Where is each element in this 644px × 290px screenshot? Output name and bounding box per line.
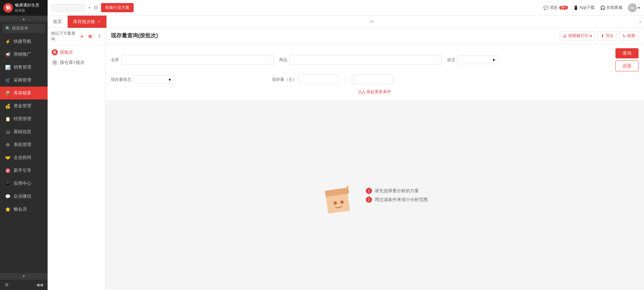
stock-qty-from[interactable] [299, 75, 339, 84]
warehouse-input[interactable]: ··· [121, 55, 274, 65]
sidebar-item-marketing[interactable]: 📢 营销推广 [0, 48, 48, 61]
collapse-more-btn[interactable]: ⋀⋀ 收起更多条件 [111, 88, 639, 96]
status-label: 状态 [447, 57, 455, 63]
shortcut-icon: ⚡ [5, 38, 11, 44]
stock-status-dropdown-icon: ▾ [169, 77, 171, 82]
tip-item-2: 2 用过滤条件来缩小分析范围 [366, 197, 428, 203]
sidebar-item-sales[interactable]: 📊 销售管理 [0, 61, 48, 74]
user-menu[interactable]: Rit ▾ [628, 3, 640, 12]
refresh-btn[interactable]: ↻ 刷新 [620, 31, 639, 40]
status-dropdown-icon: ▾ [493, 57, 495, 62]
messages-badge: 99+ [559, 6, 568, 10]
panel-close-button[interactable]: × [366, 19, 377, 25]
topbar-search-input[interactable] [52, 4, 86, 12]
filter-stock-qty-group: 现存量（主） — [272, 75, 428, 84]
experience-btn[interactable]: 体验行业方案 [101, 3, 134, 12]
sidebar-item-label: 营销推广 [14, 51, 31, 57]
sidebar-item-label: 销售管理 [14, 64, 31, 70]
expand-tabs-icon[interactable]: » [636, 19, 644, 24]
sidebar-scroll-up[interactable]: ▲ [0, 16, 48, 22]
goods-more-icon[interactable]: ··· [436, 58, 439, 62]
tip-text-2: 用过滤条件来缩小分析范围 [375, 197, 428, 203]
stock-qty-to[interactable] [352, 75, 393, 84]
stock-status-dropdown[interactable]: ▾ [133, 75, 174, 84]
warehouse-label: 仓库 [111, 57, 119, 63]
app-download-btn[interactable]: 📱 App下载 [573, 5, 595, 11]
topbar-dropdown-icon[interactable]: ▾ [88, 5, 91, 10]
goods-input[interactable]: ··· [289, 55, 442, 65]
sidebar-item-system[interactable]: ⚙ 系统管理 [0, 138, 48, 151]
collapse-scheme-btn[interactable]: 《 [95, 33, 102, 40]
app-subtitle: 标准版 [15, 8, 39, 13]
query-btn[interactable]: 查询 [615, 48, 639, 58]
status-dropdown[interactable]: ▾ [457, 56, 498, 64]
sidebar-item-basic[interactable]: 🗂 基础信息 [0, 125, 48, 138]
filter-area: 仓库 ··· 商品 ··· 状态 [105, 44, 644, 101]
sidebar-search[interactable]: 🔍 搜索菜单 [3, 24, 45, 33]
right-content: 现存量查询(按批次) 🖨 按模板打印 ▾ ⬆ 导出 ↻ 刷新 [105, 28, 644, 290]
search-label: 搜索菜单 [12, 25, 28, 31]
export-btn[interactable]: ⬆ 导出 [598, 31, 617, 40]
filter-warehouse-group: 仓库 ··· [111, 55, 274, 65]
online-service-label: 在线客服 [606, 5, 623, 11]
empty-illustration: ✦ ✦ [322, 178, 356, 212]
scheme-batch-label: 按批次 [60, 49, 73, 55]
member-icon: ⭐ [5, 206, 11, 212]
sidebar-item-shortcut[interactable]: ⚡ 快捷导航 [0, 35, 48, 48]
tip-item-1: 1 请先选择要分析的方案 [366, 188, 428, 194]
headset-icon: 🎧 [600, 5, 605, 10]
sidebar-item-guide[interactable]: 🎯 新手引导 [0, 164, 48, 177]
messages-label: 消息 [549, 5, 558, 11]
tab-close-icon[interactable]: × [97, 19, 101, 24]
finance-icon: 💰 [5, 103, 11, 109]
topbar-gear-icon[interactable]: ⚙ [94, 4, 98, 11]
scheme-item-warehouse-batch[interactable]: 仓 按仓库+批次 [48, 57, 105, 68]
app-download-icon: 📱 [573, 5, 578, 10]
sidebar-item-label: 快捷导航 [14, 38, 31, 44]
refresh-label: 刷新 [627, 33, 635, 39]
warehouse-more-icon[interactable]: ··· [268, 58, 271, 62]
sidebar-item-apps[interactable]: 📱 应用中心 [0, 177, 48, 190]
tab-home[interactable]: 首页 [48, 16, 68, 28]
topbar: ▾ ⚙ 体验行业方案 💬 消息 99+ 📱 App下载 🎧 在线客服 Rit [48, 0, 644, 16]
sidebar-item-weixin[interactable]: 💬 企业微信 [0, 190, 48, 203]
topbar-right: 💬 消息 99+ 📱 App下载 🎧 在线客服 Rit ▾ [543, 3, 640, 12]
settings-footer-icon[interactable]: ⚙ [5, 282, 9, 287]
online-service-btn[interactable]: 🎧 在线客服 [600, 5, 623, 11]
topbar-left: ▾ ⚙ 体验行业方案 [52, 3, 540, 12]
export-icon: ⬆ [601, 34, 604, 38]
main-area: ▾ ⚙ 体验行业方案 💬 消息 99+ 📱 App下载 🎧 在线客服 Rit [48, 0, 644, 290]
sidebar-item-label: 新手引导 [14, 167, 31, 174]
basic-icon: 🗂 [5, 129, 11, 135]
tab-inventory-batch[interactable]: 库存批次账 × [68, 16, 107, 28]
print-label: 按模板打印 [568, 33, 589, 39]
app-logo: 畅 [3, 3, 13, 13]
sidebar-item-label: 畅会员 [14, 206, 27, 212]
print-btn[interactable]: 🖨 按模板打印 ▾ [560, 31, 595, 40]
sidebar-item-member[interactable]: ⭐ 畅会员 [0, 203, 48, 216]
sidebar-item-operation[interactable]: 📋 经营管理 [0, 112, 48, 125]
scheme-settings-btn[interactable]: ⚙ [87, 33, 94, 40]
scheme-item-batch[interactable]: 批 按批次 [48, 47, 105, 57]
operation-icon: 📋 [5, 116, 11, 122]
collapse-sidebar-icon[interactable]: ◀◀ [36, 282, 43, 287]
scheme-warehouse-batch-label: 按仓库+批次 [60, 59, 85, 66]
sales-icon: 📊 [5, 64, 11, 70]
messages-btn[interactable]: 💬 消息 99+ [543, 5, 568, 11]
sidebar-item-cooperation[interactable]: 🤝 企业协同 [0, 151, 48, 164]
sidebar-item-purchase[interactable]: 🛒 采购管理 [0, 74, 48, 87]
weixin-icon: 💬 [5, 193, 11, 199]
filter-status-group: 状态 ▾ [447, 56, 610, 64]
sidebar-item-label: 经营管理 [14, 116, 31, 122]
add-scheme-btn[interactable]: + [79, 33, 85, 40]
tabbar: 首页 库存批次账 × × » [48, 16, 644, 28]
filter-goods-group: 商品 ··· [279, 55, 442, 65]
sidebar-item-inventory[interactable]: 📦 库存核算 [0, 87, 48, 99]
tip-text-1: 请先选择要分析的方案 [375, 188, 419, 194]
avatar: Rit [628, 3, 637, 12]
sidebar-item-label: 企业微信 [14, 193, 31, 199]
sidebar-item-finance[interactable]: 💰 资金管理 [0, 99, 48, 112]
settings-btn[interactable]: 设置 [615, 60, 639, 71]
sidebar-scroll-down[interactable]: ▼ [0, 273, 48, 279]
app-title: 畅康通好生意 [15, 3, 39, 8]
